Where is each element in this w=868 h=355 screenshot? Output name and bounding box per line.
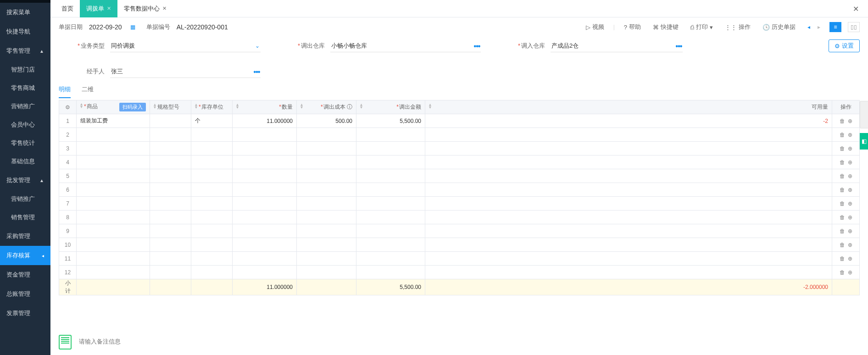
sidebar-item-baseinfo[interactable]: 基础信息	[0, 152, 50, 171]
sidebar-item-retailmall[interactable]: 零售商城	[0, 79, 50, 97]
delete-icon[interactable]: 🗑	[840, 132, 845, 138]
add-icon[interactable]: ⊕	[848, 145, 852, 152]
sidebar-item-fund[interactable]: 资金管理	[0, 265, 50, 284]
table-row[interactable]: 9🗑⊕	[59, 224, 860, 238]
note-icon[interactable]	[59, 335, 72, 349]
sidebar-item-smartstore[interactable]: 智慧门店	[0, 61, 50, 79]
sidebar-item-wholesale-sales[interactable]: 销售管理	[0, 208, 50, 227]
sidebar-item-retail[interactable]: 零售管理▲	[0, 41, 50, 61]
table-row[interactable]: 11🗑⊕	[59, 252, 860, 266]
add-icon[interactable]: ⊕	[848, 187, 852, 193]
calendar-icon[interactable]: ▦	[130, 24, 135, 30]
delete-icon[interactable]: 🗑	[840, 242, 845, 248]
print-button[interactable]: ⎙ 打印 ▾	[688, 23, 716, 31]
pager-prev[interactable]: ◂	[805, 24, 813, 30]
sidebar-item-search[interactable]: 搜索菜单	[0, 3, 50, 22]
dtab-detail[interactable]: 明细	[59, 85, 71, 98]
table-row[interactable]: 10🗑⊕	[59, 238, 860, 252]
tab-retaildata[interactable]: 零售数据中心✕	[117, 0, 173, 17]
close-all-tabs[interactable]: ✕	[853, 5, 859, 13]
table-row[interactable]: 5🗑⊕	[59, 169, 860, 183]
settings-button[interactable]: ⚙设置	[829, 39, 860, 52]
table-row[interactable]: 6🗑⊕	[59, 183, 860, 197]
side-q-tab[interactable]: ◧	[860, 133, 868, 150]
tab-transfer[interactable]: 调拨单✕	[80, 0, 117, 17]
add-icon[interactable]: ⊕	[848, 228, 852, 234]
video-button[interactable]: ▷ 视频	[583, 23, 607, 31]
delete-icon[interactable]: 🗑	[840, 200, 845, 207]
gear-header[interactable]: ⚙	[59, 100, 77, 114]
view-list[interactable]: ≡	[829, 22, 841, 32]
add-icon[interactable]: ⊕	[848, 242, 852, 248]
help-button[interactable]: ? 帮助	[621, 23, 644, 31]
add-icon[interactable]: ⊕	[848, 200, 852, 207]
history-button[interactable]: 🕓 历史单据	[760, 23, 798, 31]
sidebar-item-member[interactable]: 会员中心	[0, 116, 50, 134]
table-row[interactable]: 4🗑⊕	[59, 155, 860, 169]
delete-icon[interactable]: 🗑	[840, 228, 845, 234]
sidebar-item-retailstat[interactable]: 零售统计	[0, 134, 50, 152]
more-icon[interactable]: ●●●	[253, 69, 260, 74]
handler-input[interactable]: 张三●●●	[110, 65, 261, 78]
more-icon[interactable]: ●●●	[473, 43, 480, 49]
sidebar-item-quicknav[interactable]: 快捷导航	[0, 22, 50, 41]
scan-button[interactable]: 扫码录入	[119, 103, 146, 111]
col-product[interactable]: ▴▾*商品扫码录入	[77, 100, 150, 114]
shortcut-button[interactable]: ⌘ 快捷键	[650, 23, 681, 31]
add-icon[interactable]: ⊕	[848, 214, 852, 221]
table-row[interactable]: 12🗑⊕	[59, 266, 860, 279]
delete-icon[interactable]: 🗑	[840, 187, 845, 193]
table-row[interactable]: 3🗑⊕	[59, 142, 860, 155]
more-icon[interactable]: ●●●	[675, 43, 682, 49]
col-qty[interactable]: ▴▾*数量	[233, 100, 297, 114]
tab-home[interactable]: 首页	[55, 0, 80, 17]
sidebar-item-ledger[interactable]: 总账管理	[0, 284, 50, 304]
add-icon[interactable]: ⊕	[848, 159, 852, 166]
doc-no-label: 单据编号	[146, 23, 170, 31]
inwh-input[interactable]: 产成品2仓●●●	[551, 39, 683, 52]
col-avail[interactable]: ▴▾可用量	[425, 100, 832, 114]
col-spec[interactable]: ▴▾规格型号	[150, 100, 191, 114]
delete-icon[interactable]: 🗑	[840, 159, 845, 166]
table-row[interactable]: 2🗑⊕	[59, 128, 860, 142]
delete-icon[interactable]: 🗑	[840, 173, 845, 179]
add-icon[interactable]: ⊕	[848, 132, 852, 138]
delete-icon[interactable]: 🗑	[840, 118, 845, 124]
add-icon[interactable]: ⊕	[848, 118, 852, 124]
col-unit[interactable]: ▴▾*库存单位	[191, 100, 233, 114]
chevron-down-icon[interactable]: ⌄	[255, 43, 260, 49]
close-icon[interactable]: ✕	[162, 6, 167, 11]
add-icon[interactable]: ⊕	[848, 269, 852, 276]
side-help-tab[interactable]	[860, 101, 868, 128]
remark-input[interactable]	[79, 335, 860, 348]
delete-icon[interactable]: 🗑	[840, 145, 845, 152]
table-row[interactable]: 7🗑⊕	[59, 197, 860, 211]
delete-icon[interactable]: 🗑	[840, 255, 845, 262]
table-row[interactable]: 1组装加工费个11.000000500.005,500.00-2🗑⊕	[59, 114, 860, 128]
field-inwh: *调入仓库 产成品2仓●●●	[499, 39, 683, 52]
sidebar-item-wholesale[interactable]: 批发管理▲	[0, 171, 50, 190]
view-card[interactable]: ▯▯	[848, 22, 860, 32]
sidebar-item-invoice[interactable]: 发票管理	[0, 304, 50, 323]
operate-button[interactable]: ⋮⋮ 操作	[722, 23, 753, 31]
dtab-2d[interactable]: 二维	[82, 85, 94, 98]
close-icon[interactable]: ✕	[107, 6, 111, 11]
col-cost[interactable]: ▴▾*调出成本 ⓘ	[297, 100, 356, 114]
sidebar-item-marketing[interactable]: 营销推广	[0, 97, 50, 116]
add-icon[interactable]: ⊕	[848, 173, 852, 179]
sidebar-item-inventory[interactable]: 库存核算◂	[0, 246, 50, 265]
sidebar-item-purchase[interactable]: 采购管理	[0, 227, 50, 246]
table-row[interactable]: 8🗑⊕	[59, 211, 860, 224]
sidebar-item-wholesale-marketing[interactable]: 营销推广	[0, 190, 50, 208]
info-icon[interactable]: ⓘ	[347, 104, 352, 110]
outwh-input[interactable]: 小畅小畅仓库●●●	[330, 39, 481, 52]
sort-icon: ▴▾	[195, 103, 197, 109]
doc-toolbar: 单据日期 2022-09-20 ▦ 单据编号 AL-20220920-001 ▷…	[50, 17, 868, 37]
col-amount[interactable]: ▴▾*调出金额	[356, 100, 425, 114]
doc-date-value[interactable]: 2022-09-20	[89, 23, 122, 31]
delete-icon[interactable]: 🗑	[840, 269, 845, 276]
delete-icon[interactable]: 🗑	[840, 214, 845, 221]
pager-next[interactable]: ▸	[815, 24, 823, 30]
add-icon[interactable]: ⊕	[848, 255, 852, 262]
biztype-input[interactable]: 同价调拨⌄	[110, 39, 261, 52]
